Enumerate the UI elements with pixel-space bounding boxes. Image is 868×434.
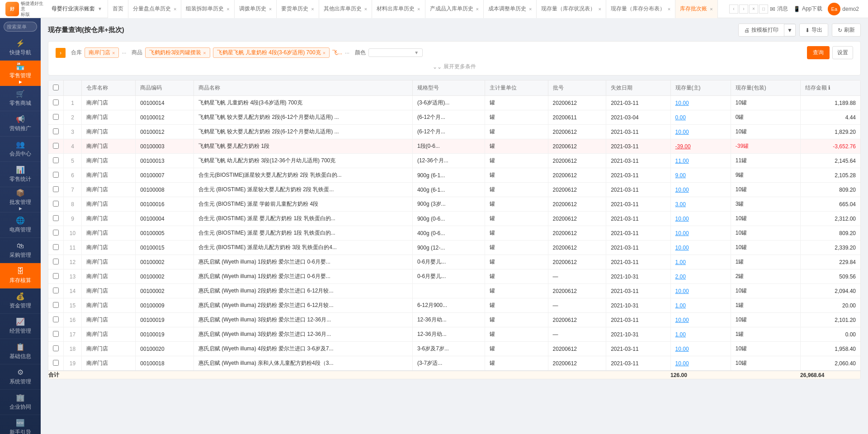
row-checkbox[interactable] — [53, 143, 59, 149]
tab-mix[interactable]: 调拨单历史 × — [235, 0, 277, 18]
row-checkbox[interactable] — [53, 331, 59, 337]
sidebar-item-wholesale[interactable]: 📦 批发管理 ▶ — [0, 187, 41, 212]
sidebar-item-retail-mgmt[interactable]: 🏪 零售管理 ▶ — [0, 61, 41, 86]
sidebar-item-shortcut[interactable]: ⚡ 快捷导航 — [0, 35, 41, 61]
select-all-checkbox[interactable] — [53, 85, 59, 90]
tab-other-out[interactable]: 其他出库单历史 × — [319, 0, 372, 18]
warehouse-ellipsis[interactable]: ··· — [122, 50, 126, 56]
tab-product-in-close[interactable]: × — [476, 6, 479, 12]
tab-nav-right[interactable]: › — [739, 5, 748, 14]
sidebar-search-input[interactable] — [4, 22, 37, 32]
row-checkbox[interactable] — [53, 288, 59, 293]
tab-home[interactable]: 首页 — [108, 0, 128, 18]
product-tag-1-remove[interactable]: × — [203, 50, 206, 56]
row-checkbox[interactable] — [53, 114, 59, 120]
row-checkbox[interactable] — [53, 345, 59, 351]
tab-nav-left[interactable]: ‹ — [729, 5, 738, 14]
row-checkbox[interactable] — [53, 259, 59, 264]
tab-inventory-status[interactable]: 现存量（库存状况表） × — [537, 0, 606, 18]
row-checkbox[interactable] — [53, 316, 59, 322]
tab-disassemble-close[interactable]: × — [226, 6, 229, 12]
sidebar-item-marketing[interactable]: 📢 营销推广 — [0, 111, 41, 137]
tab-nav-close[interactable]: × — [749, 5, 758, 14]
row-qty-main[interactable]: 11.00 — [670, 154, 731, 168]
sidebar-item-retail-shop[interactable]: 🛒 零售商城 — [0, 86, 41, 111]
row-qty-main[interactable]: 3.00 — [670, 197, 731, 212]
sidebar-item-retail-stats[interactable]: 📊 零售统计 — [0, 162, 41, 187]
row-checkbox[interactable] — [53, 273, 59, 279]
row-checkbox[interactable] — [53, 230, 59, 236]
row-checkbox[interactable] — [53, 157, 59, 163]
sidebar-item-guide[interactable]: 🆕 新手引导 — [0, 415, 41, 434]
sidebar-item-inventory[interactable]: 🗄 库存核算 — [0, 263, 41, 288]
tab-inventory-status-close[interactable]: × — [598, 6, 601, 12]
sidebar-item-operations[interactable]: 📈 经营管理 — [0, 314, 41, 339]
warehouse-tag-remove[interactable]: × — [112, 50, 115, 56]
export-btn[interactable]: ⬇ 导出 — [799, 24, 828, 37]
tab-cost-adjust[interactable]: 成本调整单历史 × — [484, 0, 537, 18]
row-checkbox[interactable] — [53, 172, 59, 178]
row-qty-main[interactable]: 10.00 — [670, 226, 731, 241]
sidebar-item-enterprise[interactable]: 🏢 企业协同 — [0, 390, 41, 415]
row-qty-main[interactable]: 10.00 — [670, 125, 731, 139]
filter-scroll-left[interactable]: › — [56, 48, 66, 58]
sidebar-item-purchase[interactable]: 🛍 采购管理 — [0, 238, 41, 263]
row-qty-main[interactable]: 10.00 — [670, 241, 731, 255]
row-qty-main[interactable]: -39.00 — [670, 139, 731, 154]
tab-request-close[interactable]: × — [311, 6, 314, 12]
tab-inventory-dist-close[interactable]: × — [668, 6, 670, 12]
sidebar-item-system[interactable]: ⚙ 系统管理 — [0, 364, 41, 390]
row-qty-main[interactable]: 10.00 — [670, 284, 731, 298]
user-info[interactable]: Ea demo2 — [828, 3, 859, 15]
row-checkbox[interactable] — [53, 215, 59, 221]
row-qty-main[interactable]: 10.00 — [670, 183, 731, 197]
tab-material-out[interactable]: 材料出库单历史 × — [372, 0, 425, 18]
row-qty-main[interactable]: 0.00 — [670, 110, 731, 125]
expand-more-btn[interactable]: ⌄⌄ 展开更多条件 — [433, 63, 476, 71]
row-checkbox[interactable] — [53, 302, 59, 308]
tab-batch-account[interactable]: 库存批次账 × — [675, 0, 717, 18]
product-tag-2-remove[interactable]: × — [323, 50, 326, 56]
tab-material-out-close[interactable]: × — [417, 6, 420, 12]
tab-split-inventory-close[interactable]: × — [174, 6, 176, 12]
template-print-dropdown[interactable]: ▼ — [784, 25, 795, 36]
row-qty-main[interactable]: 10.00 — [670, 356, 731, 371]
tab-split-inventory[interactable]: 分量盘点单历史 × — [128, 0, 181, 18]
row-qty-main[interactable]: 10.00 — [670, 212, 731, 226]
tab-disassemble[interactable]: 组装拆卸单历史 × — [181, 0, 234, 18]
sidebar-item-finance[interactable]: 💰 资金管理 — [0, 288, 41, 314]
row-qty-main[interactable]: 10.00 — [670, 313, 731, 327]
row-qty-main[interactable]: 9.00 — [670, 168, 731, 183]
tab-product-in[interactable]: 产成品入库单历史 × — [425, 0, 484, 18]
row-checkbox[interactable] — [53, 128, 59, 134]
row-checkbox[interactable] — [53, 186, 59, 192]
tab-request[interactable]: 要货单历史 × — [277, 0, 319, 18]
row-qty-main[interactable]: 1.00 — [670, 255, 731, 269]
row-qty-main[interactable]: 2.00 — [670, 269, 731, 284]
row-checkbox[interactable] — [53, 360, 59, 366]
settings-btn[interactable]: 设置 — [832, 46, 853, 59]
sidebar-item-basic[interactable]: 📋 基础信息 — [0, 339, 41, 364]
tab-inventory-dist[interactable]: 现存量（库存分布表） × — [606, 0, 675, 18]
color-select[interactable]: ▼ — [368, 48, 423, 57]
refresh-btn[interactable]: ↻ 刷新 — [832, 24, 861, 37]
tab-batch-account-close[interactable]: × — [710, 6, 712, 12]
row-qty-main[interactable]: 10.00 — [670, 96, 731, 110]
tab-other-out-close[interactable]: × — [364, 6, 367, 12]
tab-mix-close[interactable]: × — [269, 6, 272, 12]
row-qty-main[interactable]: 1.00 — [670, 327, 731, 342]
message-btn[interactable]: ✉ 消息 — [770, 5, 788, 13]
sidebar-item-member[interactable]: 👥 会员中心 — [0, 137, 41, 162]
app-download-btn[interactable]: 📱 App下载 — [793, 5, 822, 13]
sidebar-item-ecommerce[interactable]: 🌐 电商管理 — [0, 212, 41, 238]
query-btn[interactable]: 查询 — [807, 46, 830, 59]
tab-nav-maximize[interactable]: □ — [759, 5, 768, 14]
tab-selector[interactable]: 母婴行业演示账套 ▼ — [46, 0, 108, 18]
row-checkbox[interactable] — [53, 244, 59, 250]
row-checkbox[interactable] — [53, 201, 59, 207]
row-qty-main[interactable]: 1.00 — [670, 298, 731, 313]
tab-cost-adjust-close[interactable]: × — [529, 6, 532, 12]
template-print-btn[interactable]: 🖨 按模板打印 — [739, 24, 784, 36]
row-checkbox[interactable] — [53, 99, 59, 105]
product-ellipsis[interactable]: ··· — [345, 50, 349, 56]
